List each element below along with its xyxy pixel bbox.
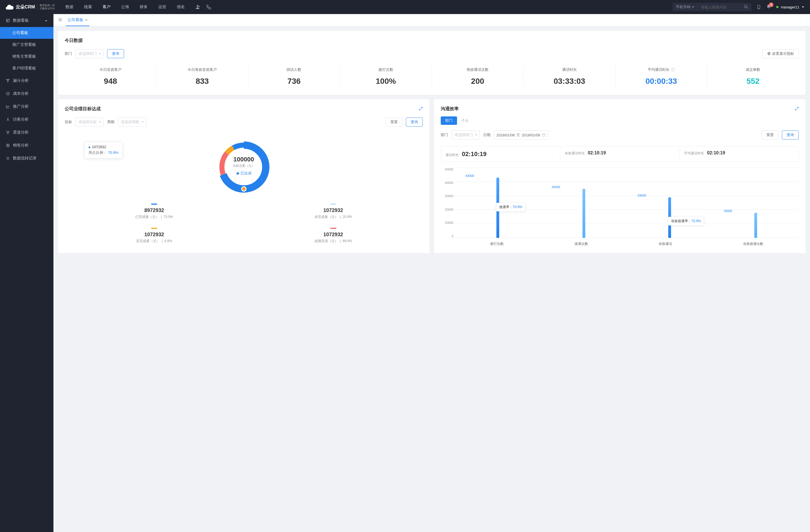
bar-chart: 50000400003000020000100000 接通率：70.9% 有效接…: [441, 168, 799, 246]
svg-point-1: [744, 5, 747, 7]
clock-icon: [6, 92, 10, 96]
nav-finance[interactable]: 财务: [135, 0, 153, 14]
x-label: 拨打次数: [490, 242, 504, 246]
calendar-icon: [542, 133, 546, 137]
expand-icon[interactable]: [795, 106, 799, 111]
bar-group: 35000: [546, 168, 621, 238]
close-icon[interactable]: ✕: [85, 18, 88, 22]
logo-subtitle: 教育机构一站式服务云平台: [37, 4, 55, 10]
nav-signup[interactable]: 报名: [172, 0, 190, 14]
gear-icon: [767, 52, 771, 56]
sidebar-item-sales[interactable]: 销售分析: [0, 139, 53, 152]
x-axis: 拨打次数接通次数有效通话有效接通次数: [455, 242, 799, 246]
bars: 接通率：70.9% 有效接通率：70.9% 430003500029000180…: [455, 168, 799, 238]
svg-point-9: [7, 133, 8, 134]
settings-button[interactable]: 设置显示指标: [762, 49, 799, 58]
sidebar-item-manager-board[interactable]: 客户经理看板: [0, 63, 53, 74]
stat-item: 回访人数736: [248, 65, 340, 88]
x-label: 有效接通次数: [743, 242, 763, 246]
dept-label: 部门: [65, 51, 72, 56]
search-icon[interactable]: [740, 4, 751, 10]
reset-button[interactable]: 重置: [762, 131, 778, 139]
nav-data[interactable]: 数据: [61, 0, 79, 14]
notification-badge: 5: [769, 2, 774, 7]
sidebar-item-channel[interactable]: 渠道分析: [0, 126, 53, 139]
bell-icon[interactable]: 5: [766, 4, 771, 10]
nav-pool[interactable]: 公海: [116, 0, 134, 14]
seg-tabs: 部门 个人: [441, 116, 799, 125]
svg-rect-4: [6, 19, 10, 22]
nav-customers[interactable]: 客户: [98, 0, 116, 14]
stat-item: 今日有效首咨客户833: [156, 65, 248, 88]
nav-ops[interactable]: 运营: [153, 0, 171, 14]
logo[interactable]: 云朵CRM 教育机构一站式服务云平台: [6, 4, 55, 10]
nav-leads[interactable]: 线索: [79, 0, 97, 14]
dept-select[interactable]: 请选择部门: [451, 131, 480, 139]
phone-icon[interactable]: [206, 4, 211, 10]
legend-item: 1072932超额完成（元） | 89.9%: [244, 228, 423, 244]
today-title: 今日数据: [65, 38, 799, 44]
svg-point-16: [242, 187, 246, 191]
search-input[interactable]: [698, 5, 740, 9]
sidebar: 数据看板 公司看板 推广主管看板 销售主管看板 客户经理看板 漏斗分析 成本分析…: [0, 14, 53, 532]
dept-select[interactable]: 请选择部门: [75, 49, 104, 58]
logo-text: 云朵CRM: [16, 4, 35, 10]
top-nav: 数据 线索 客户 公海 财务 运营 报名: [61, 0, 190, 14]
svg-point-11: [768, 53, 770, 54]
chevron-up-icon: [45, 19, 48, 22]
query-button[interactable]: 查询: [782, 131, 799, 139]
sidebar-item-promo[interactable]: 推广分析: [0, 100, 53, 113]
sidebar-item-promo-board[interactable]: 推广主管看板: [0, 39, 53, 51]
stat-item: 成交单数552: [707, 65, 799, 88]
legend-item: 8972932已完成量（元） | 70.9%: [65, 203, 244, 219]
thumb-icon: [236, 171, 239, 175]
x-label: 有效通话: [659, 242, 672, 246]
header: 云朵CRM 教育机构一站式服务云平台 数据 线索 客户 公海 财务 运营 报名 …: [0, 0, 810, 14]
main: 公司看板✕ 今日数据 部门 请选择部门 查询 设置显示指标 今日首咨客户948今…: [53, 14, 810, 532]
sidebar-group-dashboard[interactable]: 数据看板: [0, 14, 53, 27]
period-select[interactable]: 请选择周期: [118, 118, 146, 127]
search-type-select[interactable]: 手机号码: [673, 4, 698, 10]
legend-item: 1072932应完成量（元） | 8.9%: [65, 228, 244, 244]
date-range[interactable]: 2018/01/08 至 2018/01/08: [494, 131, 548, 139]
visitor-icon: [6, 117, 10, 122]
stat-item: 拨打次数100%: [340, 65, 432, 88]
tabs-bar: 公司看板✕: [53, 14, 810, 27]
seg-dept[interactable]: 部门: [441, 116, 457, 125]
dept-label: 部门: [441, 132, 448, 137]
query-button[interactable]: 查询: [406, 118, 423, 127]
expand-icon[interactable]: [419, 106, 423, 111]
tab-company-board[interactable]: 公司看板✕: [66, 14, 90, 26]
help-icon[interactable]: ?: [671, 68, 675, 72]
donut-center: 100000 目标总量（元） 已达成: [233, 156, 255, 176]
chart-icon: [6, 104, 10, 109]
donut-chart: 1072932 所占比例：70.9% 100000 目标总量（: [65, 133, 423, 198]
goal-title: 公司业绩目标达成: [65, 106, 101, 112]
target-select[interactable]: 请选择目标: [75, 118, 104, 127]
query-button[interactable]: 查询: [107, 49, 124, 58]
comm-title: 沟通效率: [441, 106, 459, 112]
comm-card: 沟通效率 部门 个人 部门 请选择部门 日期 2018/01/08 至: [434, 99, 806, 253]
user-menu[interactable]: manager11: [776, 5, 804, 9]
sidebar-item-company-board[interactable]: 公司看板: [0, 27, 53, 39]
list-icon: [6, 156, 10, 161]
svg-point-0: [197, 5, 198, 7]
svg-point-8: [9, 131, 9, 132]
hamburger-icon[interactable]: [58, 17, 62, 23]
sidebar-item-visitor[interactable]: 访客分析: [0, 113, 53, 126]
svg-point-7: [6, 131, 7, 132]
add-person-icon[interactable]: [195, 4, 200, 10]
svg-rect-17: [542, 134, 545, 136]
stat-item: 今日首咨客户948: [65, 65, 156, 88]
sidebar-item-funnel[interactable]: 漏斗分析: [0, 74, 53, 87]
sidebar-item-flow[interactable]: 数据流转记录: [0, 152, 53, 165]
seg-person[interactable]: 个人: [457, 116, 473, 125]
summary-bar: 通话时长02:10:19有效通话时长02:10:19平均通话时长02:10:19: [441, 146, 799, 162]
mobile-icon[interactable]: [757, 5, 761, 9]
chart-tooltip: 1072932 所占比例：70.9%: [84, 142, 123, 158]
sidebar-item-sales-board[interactable]: 销售主管看板: [0, 51, 53, 63]
period-label: 周期: [107, 119, 114, 124]
svg-point-6: [7, 118, 9, 119]
reset-button[interactable]: 重置: [386, 118, 403, 127]
sidebar-item-cost[interactable]: 成本分析: [0, 87, 53, 100]
